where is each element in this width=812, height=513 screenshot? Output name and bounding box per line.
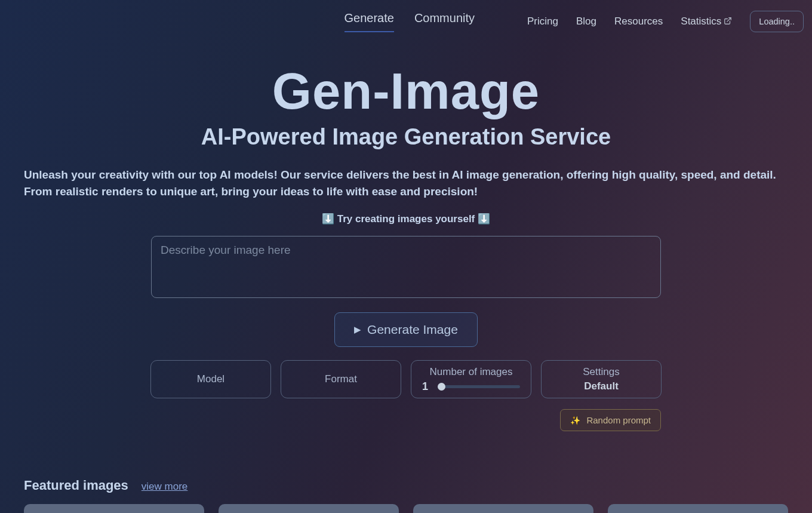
num-images-label: Number of images [430,366,513,378]
featured-cards-row [24,504,788,513]
nav-tab-generate[interactable]: Generate [345,11,394,32]
nav-secondary-group: Pricing Blog Resources Statistics Loadin… [527,11,804,32]
settings-value: Default [584,380,619,392]
page-title: Gen-Image [24,62,788,121]
num-images-value: 1 [422,380,428,393]
model-label: Model [197,373,224,385]
format-select[interactable]: Format [281,360,401,398]
num-images-slider[interactable] [438,385,520,388]
featured-card[interactable] [24,504,204,513]
magic-wand-icon: ✨ [570,416,580,425]
nav-link-statistics[interactable]: Statistics [681,16,732,27]
try-cta-text: ⬇️ Try creating images yourself ⬇️ [24,213,788,225]
featured-heading: Featured images [24,478,128,493]
slider-thumb[interactable] [438,383,445,391]
nav-link-pricing[interactable]: Pricing [527,16,558,27]
generator-panel: ▶ Generate Image Model Format Number of … [0,236,812,431]
featured-card[interactable] [219,504,399,513]
nav-link-resources[interactable]: Resources [614,16,663,27]
random-prompt-label: Random prompt [586,415,651,425]
hero-description: Unleash your creativity with our top AI … [24,167,788,199]
featured-card[interactable] [413,504,593,513]
generate-button-label: Generate Image [367,322,458,337]
nav-tab-community[interactable]: Community [414,11,475,32]
top-nav: Generate Community Pricing Blog Resource… [0,0,812,32]
auth-loading-button[interactable]: Loading.. [750,11,804,32]
generate-button[interactable]: ▶ Generate Image [334,312,478,347]
nav-primary-group: Generate Community [345,11,475,32]
settings-select[interactable]: Settings Default [541,360,662,398]
view-more-link[interactable]: view more [142,481,187,493]
page-subtitle: AI-Powered Image Generation Service [24,124,788,150]
svg-line-0 [727,17,731,21]
random-prompt-button[interactable]: ✨ Random prompt [560,409,661,431]
prompt-input[interactable] [151,236,661,298]
nav-link-statistics-label: Statistics [681,16,721,27]
options-row: Model Format Number of images 1 Settings… [150,360,662,398]
number-of-images-control[interactable]: Number of images 1 [411,360,531,398]
featured-card[interactable] [608,504,788,513]
hero-section: Gen-Image AI-Powered Image Generation Se… [0,62,812,225]
featured-section: Featured images view more [0,478,812,513]
model-select[interactable]: Model [150,360,271,398]
settings-label: Settings [583,366,619,378]
external-link-icon [724,17,732,27]
play-icon: ▶ [354,324,361,335]
nav-link-blog[interactable]: Blog [576,16,596,27]
format-label: Format [325,373,357,385]
featured-header: Featured images view more [24,478,788,493]
